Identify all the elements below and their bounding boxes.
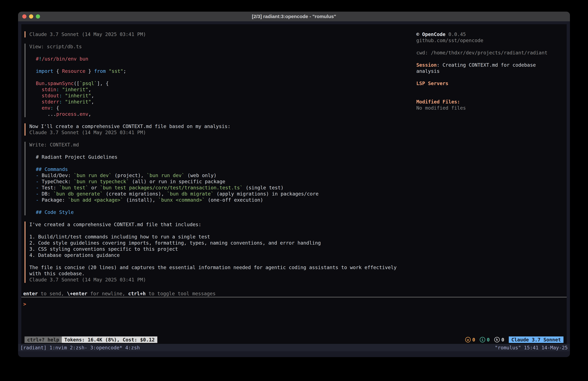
- text-segment: for newline,: [87, 291, 128, 296]
- text-segment: LSP Servers: [416, 81, 448, 86]
- text-line: 2. Code style guidelines covering import…: [29, 240, 402, 246]
- text-segment: ,: [88, 87, 91, 92]
- text-line: 4. Database operations guidance: [29, 252, 402, 258]
- prompt-input[interactable]: >: [21, 301, 567, 307]
- editor-separator: [21, 297, 567, 297]
- text-segment: ...: [36, 111, 56, 117]
- hints-counter: h0: [494, 337, 504, 343]
- tool-view-db-block: View: script/db.ts #!/usr/bin/env bun im…: [24, 44, 402, 117]
- text-line: [416, 44, 558, 50]
- text-line: stdout: "inherit",: [29, 93, 402, 99]
- status-bar: ctrl+? help Tokens: 16.4K (8%), Cost: $0…: [24, 336, 564, 343]
- text-segment: © OpenCode: [416, 31, 445, 37]
- text-segment: "sst": [106, 68, 123, 74]
- text-line: Claude 3.7 Sonnet (14 May 2025 03:41 PM): [29, 277, 402, 283]
- text-segment: No modified files: [416, 105, 466, 111]
- info-counter: i0: [480, 337, 490, 343]
- text-line: The file is concise (20 lines) and captu…: [29, 265, 402, 277]
- info-icon: i: [480, 337, 485, 342]
- text-segment: DB:: [42, 191, 53, 197]
- text-segment: :: [59, 93, 62, 98]
- text-segment: "inherit": [59, 87, 88, 92]
- text-line: cwd: /home/thdxr/dev/projects/radiant/ra…: [416, 50, 558, 56]
- tmux-window-list: [radiant] 1:nvim 2:zsh- 3:opencode* 4:zs…: [20, 345, 140, 351]
- text-segment: env: [36, 105, 50, 111]
- text-segment: `bun db generate`: [53, 191, 103, 197]
- text-segment: :: [59, 99, 62, 105]
- tmux-session-info: "romulus" 15:41 14-May-25: [495, 345, 568, 351]
- text-segment: 4. Database operations guidance: [29, 252, 120, 258]
- text-segment: ## Code Style: [36, 209, 74, 215]
- text-segment: from: [94, 68, 106, 74]
- warnings-counter: w0: [465, 337, 475, 343]
- tmux-status-bar: [radiant] 1:nvim 2:zsh- 3:opencode* 4:zs…: [18, 344, 570, 351]
- text-line: View: script/db.ts: [29, 44, 402, 50]
- text-line: [416, 74, 558, 80]
- help-badge: ctrl+? help: [24, 336, 62, 343]
- text-line: - Build/Dev: `bun run dev` (project), `b…: [29, 172, 402, 179]
- text-line: Claude 3.7 Sonnet (14 May 2025 03:41 PM): [29, 31, 402, 37]
- text-segment: -: [36, 197, 42, 203]
- text-segment: (web only): [185, 173, 216, 178]
- text-line: github.com/sst/opencode: [416, 37, 558, 44]
- text-segment: {: [53, 68, 62, 74]
- text-segment: ctrl+h: [128, 291, 146, 296]
- text-segment: ,: [88, 111, 91, 117]
- text-segment: process: [56, 111, 77, 117]
- text-segment: github.com/sst/opencode: [416, 38, 483, 43]
- text-line: [29, 160, 402, 166]
- text-line: [29, 258, 402, 265]
- text-segment: Resource: [62, 68, 85, 74]
- assistant-header-block: Claude 3.7 Sonnet (14 May 2025 03:41 PM): [24, 31, 402, 37]
- text-line: [416, 56, 558, 62]
- text-segment: env: [80, 111, 88, 117]
- text-segment: }: [85, 68, 94, 74]
- text-line: [29, 50, 402, 56]
- close-button[interactable]: [22, 14, 26, 19]
- info-count: 0: [487, 337, 490, 343]
- text-line: #!/usr/bin/env bun: [29, 56, 402, 62]
- text-segment: \+enter: [67, 291, 87, 296]
- text-segment: (project),: [112, 173, 147, 178]
- text-segment: (apply migrations) in packages/core: [214, 191, 318, 197]
- text-segment: # Radiant Project Guidelines: [36, 154, 117, 160]
- text-line: 1. Build/lint/test commands including ho…: [29, 234, 402, 240]
- text-segment: ], {: [97, 81, 109, 86]
- text-line: Bun.spawnSync([`psql`], {: [29, 80, 402, 87]
- assistant-note-block: Now I'll create a comprehensive CONTEXT.…: [24, 123, 402, 135]
- text-segment: Claude 3.7 Sonnet (14 May 2025 03:41 PM): [29, 130, 146, 135]
- diagnostic-counters: w0i0h0: [461, 337, 504, 343]
- text-line: Now I'll create a comprehensive CONTEXT.…: [29, 123, 402, 130]
- text-segment: ,: [91, 99, 94, 105]
- text-segment: View: script/db.ts: [29, 44, 82, 49]
- text-segment: "inherit": [62, 99, 91, 105]
- text-line: import { Resource } from "sst";: [29, 68, 402, 74]
- text-line: Modified Files:: [416, 99, 558, 105]
- status-left: ctrl+? help Tokens: 16.4K (8%), Cost: $0…: [24, 336, 157, 343]
- session-sidebar: © OpenCode 0.0.45github.com/sst/opencode…: [416, 31, 558, 111]
- text-segment: `bun db migrate`: [167, 191, 214, 197]
- zoom-button[interactable]: [36, 14, 40, 19]
- text-segment: :: [56, 87, 59, 92]
- text-segment: Write: CONTEXT.md: [29, 142, 79, 148]
- text-line: [416, 87, 558, 93]
- text-segment: or: [88, 185, 100, 190]
- text-segment: Bun: [36, 81, 44, 86]
- text-segment: `bun add <package>`: [68, 197, 123, 203]
- text-segment: 1. Build/lint/test commands including ho…: [29, 234, 210, 240]
- text-line: No modified files: [416, 105, 558, 111]
- text-line: ## Commands: [29, 166, 402, 172]
- traffic-lights: [22, 12, 40, 21]
- hints-count: 0: [501, 337, 504, 343]
- text-segment: 0.0.45: [445, 31, 466, 37]
- model-badge: Claude 3.7 Sonnet: [509, 336, 564, 343]
- text-line: - Test: `bun test` or `bun test packages…: [29, 185, 402, 191]
- minimize-button[interactable]: [29, 14, 33, 19]
- text-segment: {: [53, 105, 59, 111]
- text-segment: ## Commands: [36, 166, 68, 172]
- text-segment: `bun run dev`: [147, 173, 185, 178]
- text-segment: import: [36, 68, 53, 74]
- text-line: - Package: `bun add <package>` (install)…: [29, 197, 402, 203]
- text-segment: "inherit": [62, 93, 91, 98]
- text-line: - DB: `bun db generate` (create migratio…: [29, 191, 402, 197]
